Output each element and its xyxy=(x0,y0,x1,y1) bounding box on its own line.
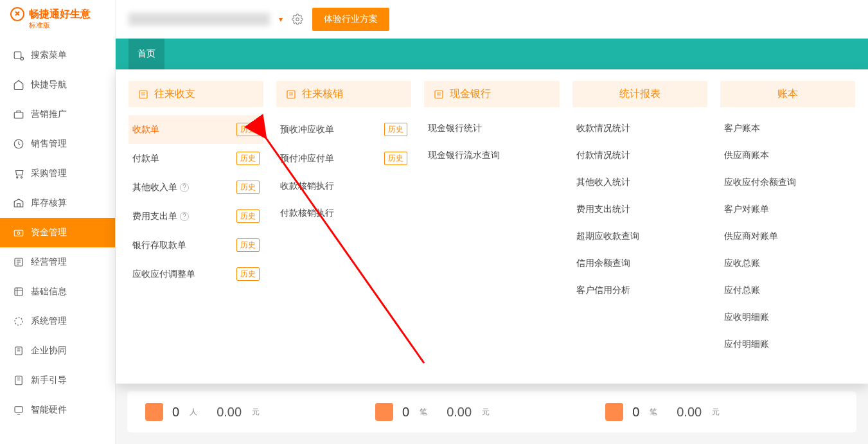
mega-col-head: 往来核销 xyxy=(276,81,411,107)
mega-item[interactable]: 付款情况统计 xyxy=(572,142,707,169)
stat-icon xyxy=(375,403,393,421)
sidebar-item-label: 快捷导航 xyxy=(31,79,67,91)
mega-item[interactable]: 收款单历史 xyxy=(128,115,263,144)
tabbar: 首页 xyxy=(116,39,868,69)
svg-point-4 xyxy=(17,177,18,178)
mega-col-head: 现金银行 xyxy=(424,81,559,107)
industry-plan-button[interactable]: 体验行业方案 xyxy=(312,8,389,31)
sidebar-item-purchase[interactable]: 采购管理 xyxy=(0,159,115,188)
logo-icon xyxy=(10,6,25,22)
inventory-icon xyxy=(13,197,24,209)
gear-icon[interactable] xyxy=(292,13,303,25)
stat-2: 0笔0.00元 xyxy=(605,403,720,421)
mega-col-4: 账本客户账本供应商账本应收应付余额查询客户对账单供应商对账单应收总账应付总账应收… xyxy=(720,81,855,358)
system-icon xyxy=(13,315,24,327)
history-badge[interactable]: 历史 xyxy=(236,123,260,136)
chevron-down-icon[interactable]: ▾ xyxy=(279,15,283,24)
topbar: ▾ 体验行业方案 xyxy=(116,0,868,39)
mega-item-label: 付款核销执行 xyxy=(280,208,334,219)
mega-item[interactable]: 现金银行统计 xyxy=(424,115,559,142)
sidebar-item-base-info[interactable]: 基础信息 xyxy=(0,277,115,306)
mega-col-title: 现金银行 xyxy=(450,87,491,101)
mega-item[interactable]: 其他收入统计 xyxy=(572,169,707,196)
sidebar-item-hardware[interactable]: 智能硬件 xyxy=(0,395,115,425)
sidebar-item-funds[interactable]: 资金管理 xyxy=(0,218,115,247)
sidebar-item-quick-nav[interactable]: 快捷导航 xyxy=(0,70,115,100)
stat-0: 0人0.00元 xyxy=(145,403,260,421)
mega-item-label: 现金银行流水查询 xyxy=(428,150,500,161)
mega-item-label: 其他收入单? xyxy=(132,182,189,193)
stat-amount: 0.00 xyxy=(447,405,472,420)
mega-item-label: 付款单 xyxy=(132,153,159,164)
sidebar-item-search-menu[interactable]: 搜索菜单 xyxy=(0,40,115,70)
mega-item[interactable]: 收款核销执行 xyxy=(276,173,411,200)
mega-item[interactable]: 应收总账 xyxy=(720,250,855,277)
mega-item[interactable]: 付款单历史 xyxy=(128,144,263,173)
mega-item[interactable]: 客户信用分析 xyxy=(572,277,707,304)
sidebar-item-label: 搜索菜单 xyxy=(31,49,67,61)
mega-item[interactable]: 供应商对账单 xyxy=(720,223,855,250)
mega-item[interactable]: 应收应付余额查询 xyxy=(720,169,855,196)
ops-icon xyxy=(13,256,24,268)
sidebar: 畅捷通好生意 标准版 搜索菜单快捷导航营销推广销售管理采购管理库存核算资金管理经… xyxy=(0,0,116,444)
mega-item[interactable]: 信用余额查询 xyxy=(572,250,707,277)
history-badge[interactable]: 历史 xyxy=(384,123,407,136)
mega-item[interactable]: 客户对账单 xyxy=(720,196,855,223)
mega-item[interactable]: 银行存取款单历史 xyxy=(128,231,263,260)
mega-col-title: 统计报表 xyxy=(619,87,660,101)
sidebar-item-label: 销售管理 xyxy=(31,138,67,150)
mega-item[interactable]: 付款核销执行 xyxy=(276,200,411,227)
history-badge[interactable]: 历史 xyxy=(236,152,260,165)
mega-item[interactable]: 超期应收款查询 xyxy=(572,223,707,250)
mega-item-label: 现金银行统计 xyxy=(428,123,482,134)
svg-rect-9 xyxy=(15,288,22,296)
history-badge[interactable]: 历史 xyxy=(236,181,260,194)
mega-item-label: 付款情况统计 xyxy=(576,150,630,161)
history-badge[interactable]: 历史 xyxy=(236,209,260,223)
doc-icon xyxy=(433,89,445,100)
mega-item-label: 收款情况统计 xyxy=(576,123,630,134)
sidebar-item-collab[interactable]: 企业协同 xyxy=(0,336,115,366)
svg-rect-2 xyxy=(14,112,23,118)
sidebar-item-system[interactable]: 系统管理 xyxy=(0,306,115,336)
sidebar-item-ops[interactable]: 经营管理 xyxy=(0,247,115,277)
mega-item-label: 应收应付调整单 xyxy=(132,269,195,280)
main: ▾ 体验行业方案 首页 往来收支收款单历史付款单历史其他收入单?历史费用支出单?… xyxy=(116,0,868,444)
mega-col-head: 统计报表 xyxy=(572,81,707,107)
history-badge[interactable]: 历史 xyxy=(384,152,407,165)
mega-item[interactable]: 应收应付调整单历史 xyxy=(128,260,263,289)
help-icon[interactable]: ? xyxy=(180,212,189,221)
sidebar-item-guide[interactable]: 新手引导 xyxy=(0,366,115,395)
sidebar-item-marketing[interactable]: 营销推广 xyxy=(0,100,115,129)
history-badge[interactable]: 历史 xyxy=(236,238,260,252)
mega-item[interactable]: 预付冲应付单历史 xyxy=(276,144,411,173)
mega-item[interactable]: 其他收入单?历史 xyxy=(128,173,263,202)
tab-home[interactable]: 首页 xyxy=(128,39,164,69)
help-icon[interactable]: ? xyxy=(180,183,189,192)
hardware-icon xyxy=(13,404,24,416)
mega-item[interactable]: 应付明细账 xyxy=(720,331,855,358)
content: 往来收支收款单历史付款单历史其他收入单?历史费用支出单?历史银行存取款单历史应收… xyxy=(116,69,868,444)
mega-item[interactable]: 费用支出单?历史 xyxy=(128,202,263,231)
mega-item-label: 应收总账 xyxy=(724,258,760,269)
mega-item[interactable]: 供应商账本 xyxy=(720,142,855,169)
sidebar-item-sales[interactable]: 销售管理 xyxy=(0,129,115,159)
stat-icon xyxy=(605,403,623,421)
mega-item-label: 客户信用分析 xyxy=(576,285,630,296)
sidebar-item-inventory[interactable]: 库存核算 xyxy=(0,188,115,218)
mega-item[interactable]: 费用支出统计 xyxy=(572,196,707,223)
mega-col-3: 统计报表收款情况统计付款情况统计其他收入统计费用支出统计超期应收款查询信用余额查… xyxy=(572,81,707,358)
svg-point-14 xyxy=(296,18,299,21)
mega-item[interactable]: 预收冲应收单历史 xyxy=(276,115,411,144)
sidebar-item-label: 营销推广 xyxy=(31,109,67,120)
sidebar-item-label: 智能硬件 xyxy=(31,404,67,416)
tenant-name[interactable] xyxy=(128,13,270,26)
mega-item[interactable]: 应收明细账 xyxy=(720,304,855,331)
history-badge[interactable]: 历史 xyxy=(236,267,260,281)
mega-item[interactable]: 客户账本 xyxy=(720,115,855,142)
mega-item[interactable]: 现金银行流水查询 xyxy=(424,142,559,169)
sidebar-item-label: 经营管理 xyxy=(31,256,67,268)
mega-item-label: 超期应收款查询 xyxy=(576,231,639,242)
mega-item[interactable]: 应付总账 xyxy=(720,277,855,304)
mega-item[interactable]: 收款情况统计 xyxy=(572,115,707,142)
